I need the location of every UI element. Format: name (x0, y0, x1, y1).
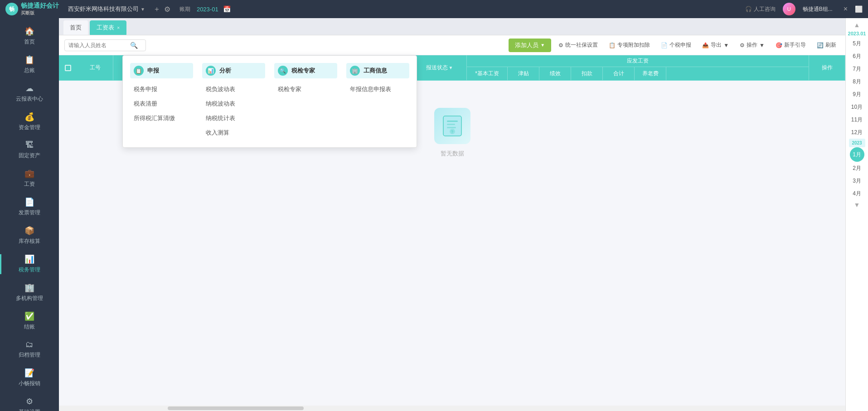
top-bar-right: 🎧 人工咨询 U 畅捷通B组... × ⬜ (745, 3, 863, 15)
empty-text: 暂无数据 (441, 150, 464, 158)
settings-gear-icon: ⚙ (26, 396, 33, 406)
special-deduction-action[interactable]: 📋 专项附加扣除 (605, 39, 654, 51)
guide-action[interactable]: 🎯 新手引导 (772, 39, 810, 51)
business-info-title: 工商信息 (364, 67, 387, 75)
invoice-icon: 📄 (24, 197, 34, 207)
operate-action[interactable]: ⚙ 操作 ▼ (736, 39, 768, 51)
checkout-icon: ✅ (24, 311, 34, 321)
svg-rect-2 (447, 124, 455, 125)
dropdown-item-tax-burden[interactable]: 税负波动表 (202, 82, 265, 97)
add-icon[interactable]: ＋ (153, 5, 160, 14)
dropdown-item-tax-stats[interactable]: 纳税统计表 (202, 111, 265, 126)
special-deduction-label: 专项附加扣除 (617, 41, 650, 49)
dropdown-item-tax-fluctuation[interactable]: 纳税波动表 (202, 97, 265, 111)
dropdown-item-tax-expert[interactable]: 税检专家 (274, 82, 337, 97)
add-person-label: 添加人员 (515, 41, 538, 49)
sidebar-item-inventory[interactable]: 📦 库存核算 (0, 221, 59, 250)
sidebar-item-invoice[interactable]: 📄 发票管理 (0, 193, 59, 221)
sidebar-item-fixed-assets[interactable]: 🏗 固定资产 (0, 136, 59, 164)
assets-icon: 🏗 (25, 140, 34, 150)
company-name: 西安虾米网络科技有限公司 (68, 5, 139, 13)
date-month-prev-6[interactable]: 6月 (849, 50, 865, 63)
sidebar-item-xiaochang[interactable]: 📝 小畅报销 (0, 363, 59, 392)
sidebar-item-fund[interactable]: 💰 资金管理 (0, 107, 59, 136)
dropdown-item-tax-table[interactable]: 税表清册 (130, 97, 193, 111)
report-filter-icon[interactable]: ▼ (449, 65, 453, 70)
scroll-indicator (59, 406, 845, 411)
date-month-prev-11[interactable]: 11月 (849, 113, 865, 126)
sidebar-label-assets: 固定资产 (19, 152, 40, 160)
search-icon[interactable]: 🔍 (130, 42, 138, 49)
top-bar: 畅 畅捷通好会计 买断版 西安虾米网络科技有限公司 ▼ ＋ ⚙ 账期 2023-… (0, 0, 868, 18)
tab-bar: 首页 工资表 × (59, 18, 845, 35)
sidebar-item-archive[interactable]: 🗂 归档管理 (0, 335, 59, 363)
window-restore-icon[interactable]: ⬜ (855, 5, 863, 13)
sidebar-item-checkout[interactable]: ✅ 结账 (0, 307, 59, 335)
logo-icon: 畅 (5, 3, 18, 15)
select-all-checkbox[interactable] (65, 65, 71, 71)
dropdown-item-income-calc[interactable]: 收入测算 (202, 126, 265, 140)
add-person-button[interactable]: 添加人员 ▼ (509, 39, 551, 52)
settings-icon[interactable]: ⚙ (164, 5, 170, 14)
tab-home[interactable]: 首页 (63, 20, 88, 35)
sidebar-item-multi-org[interactable]: 🏢 多机构管理 (0, 278, 59, 307)
sidebar-item-ledger[interactable]: 📋 总账 (0, 50, 59, 79)
date-month-4[interactable]: 4月 (849, 187, 865, 200)
sidebar-label-tax: 税务管理 (19, 266, 40, 274)
individual-tax-action[interactable]: 📄 个税申报 (657, 39, 695, 51)
sidebar-item-salary[interactable]: 💼 工资 (0, 164, 59, 193)
th-total: 合计 (603, 67, 635, 80)
individual-tax-icon: 📄 (661, 42, 668, 48)
fund-icon: 💰 (24, 112, 34, 122)
date-month-prev-12[interactable]: 12月 (849, 126, 865, 139)
tax-expert-col-icon: 🔍 (278, 66, 288, 76)
tab-home-label: 首页 (70, 24, 82, 32)
date-month-prev-5[interactable]: 5月 (849, 37, 865, 50)
social-insurance-label: 统一社保设置 (565, 41, 598, 49)
date-month-2[interactable]: 2月 (849, 162, 865, 174)
search-input[interactable] (68, 42, 127, 48)
th-employee-id: 工号 (77, 55, 113, 80)
svg-rect-3 (447, 127, 456, 128)
dropdown-item-annual-report[interactable]: 年报信息申报表 (346, 82, 409, 97)
refresh-action[interactable]: 🔄 刷新 (813, 39, 840, 51)
date-nav-down[interactable]: ▼ (851, 200, 863, 210)
date-nav-up[interactable]: ▲ (851, 20, 863, 30)
company-selector[interactable]: 西安虾米网络科技有限公司 ▼ (68, 5, 145, 13)
sidebar-item-settings[interactable]: ⚙ 基础设置 (0, 392, 59, 411)
svg-rect-1 (447, 121, 458, 122)
date-month-prev-9[interactable]: 9月 (849, 88, 865, 101)
tab-salary-table[interactable]: 工资表 × (90, 20, 126, 35)
dropdown-header-analysis: 📊 分析 (202, 63, 265, 78)
sidebar-item-home[interactable]: 🏠 首页 (0, 22, 59, 50)
dropdown-item-tax-declare[interactable]: 税务申报 (130, 82, 193, 97)
svg-text:?: ? (451, 130, 453, 134)
special-deduction-icon: 📋 (609, 42, 616, 48)
sidebar-item-tax[interactable]: 📊 税务管理 (0, 250, 59, 278)
social-insurance-action[interactable]: ⚙ 统一社保设置 (555, 39, 601, 51)
guide-label: 新手引导 (784, 41, 806, 49)
declaration-title: 申报 (147, 67, 159, 75)
tab-close-icon[interactable]: × (117, 25, 120, 30)
user-avatar: U (783, 3, 795, 15)
refresh-label: 刷新 (825, 41, 836, 49)
tax-expert-title: 税检专家 (291, 67, 315, 75)
date-month-3[interactable]: 3月 (849, 174, 865, 187)
sidebar-item-cloud-report[interactable]: ☁ 云报表中心 (0, 79, 59, 107)
date-month-1[interactable]: 1月 (850, 147, 864, 162)
sidebar-label-checkout: 结账 (24, 323, 35, 331)
window-close-icon[interactable]: × (844, 5, 848, 13)
date-month-prev-10[interactable]: 10月 (849, 101, 865, 113)
service-label: 人工咨询 (754, 5, 776, 13)
scroll-thumb[interactable] (168, 406, 304, 410)
export-action[interactable]: 📤 导出 ▼ (698, 39, 732, 51)
period-label: 账期 (179, 5, 190, 13)
dropdown-item-income-tax[interactable]: 所得税汇算清缴 (130, 111, 193, 126)
date-month-prev-8[interactable]: 8月 (849, 75, 865, 88)
calendar-icon[interactable]: 📅 (223, 5, 231, 13)
user-name[interactable]: 畅捷通B组... (803, 5, 833, 13)
add-person-arrow-icon: ▼ (540, 43, 545, 48)
date-month-prev-7[interactable]: 7月 (849, 63, 865, 75)
service-button[interactable]: 🎧 人工咨询 (745, 5, 776, 13)
period-value[interactable]: 2023-01 (197, 6, 218, 13)
